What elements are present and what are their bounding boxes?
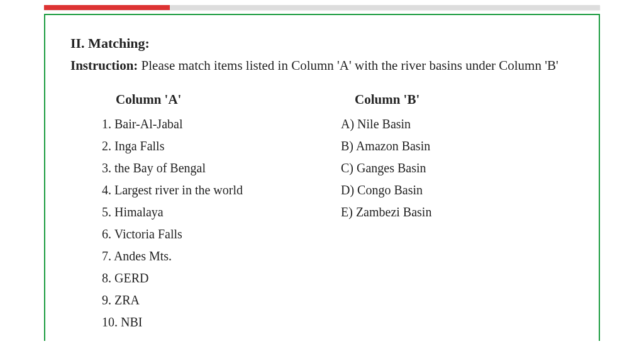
list-item: 8. GERD bbox=[102, 267, 303, 289]
list-item: 1. Bair-Al-Jabal bbox=[102, 113, 303, 135]
list-item: 4. Largest river in the world bbox=[102, 179, 303, 201]
list-item: 6. Victoria Falls bbox=[102, 223, 303, 245]
list-item: 7. Andes Mts. bbox=[102, 245, 303, 267]
list-item: B) Amazon Basin bbox=[341, 135, 504, 157]
column-b: Column 'B' A) Nile Basin B) Amazon Basin… bbox=[341, 90, 504, 334]
instruction-text: Please match items listed in Column 'A' … bbox=[138, 58, 558, 73]
columns-wrapper: Column 'A' 1. Bair-Al-Jabal 2. Inga Fall… bbox=[70, 90, 574, 334]
instruction-line: Instruction: Please match items listed i… bbox=[70, 56, 574, 76]
list-item: E) Zambezi Basin bbox=[341, 201, 504, 223]
list-item: 10. NBI bbox=[102, 311, 303, 333]
instruction-label: Instruction: bbox=[70, 58, 138, 73]
list-item: A) Nile Basin bbox=[341, 113, 504, 135]
list-item: 5. Himalaya bbox=[102, 201, 303, 223]
list-item: C) Ganges Basin bbox=[341, 157, 504, 179]
list-item: 3. the Bay of Bengal bbox=[102, 157, 303, 179]
column-a: Column 'A' 1. Bair-Al-Jabal 2. Inga Fall… bbox=[102, 90, 303, 334]
list-item: 2. Inga Falls bbox=[102, 135, 303, 157]
list-item: 9. ZRA bbox=[102, 289, 303, 311]
column-a-header: Column 'A' bbox=[102, 90, 303, 110]
section-title: II. Matching: bbox=[70, 33, 574, 53]
column-b-header: Column 'B' bbox=[341, 90, 504, 110]
question-panel: II. Matching: Instruction: Please match … bbox=[44, 14, 600, 341]
top-accent-bar bbox=[44, 5, 600, 10]
list-item: D) Congo Basin bbox=[341, 179, 504, 201]
